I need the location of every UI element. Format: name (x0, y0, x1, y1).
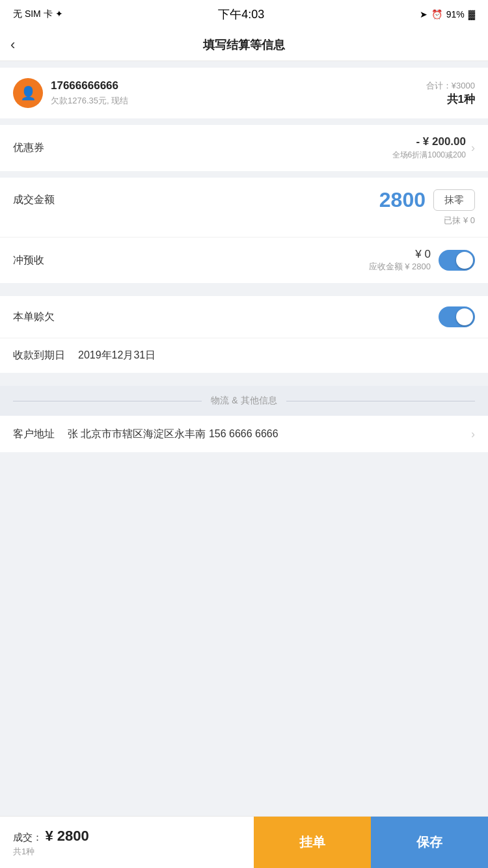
hang-button[interactable]: 挂单 (254, 817, 371, 869)
bottom-deal-amount: ¥ 2800 (45, 828, 88, 844)
status-right: ➤ ⏰ 91% ▓ (420, 9, 475, 20)
prepay-label: 冲预收 (13, 254, 44, 267)
bottom-count: 共1种 (13, 846, 241, 858)
status-left: 无 SIM 卡 ✦ (13, 8, 63, 20)
nav-bar: ‹ 填写结算等信息 (0, 29, 488, 61)
bottom-spacer (0, 543, 488, 595)
status-bar: 无 SIM 卡 ✦ 下午4:03 ➤ ⏰ 91% ▓ (0, 0, 488, 29)
bottom-deal-label: 成交： (13, 832, 42, 843)
prepay-amount: ¥ 0 (369, 248, 431, 261)
address-content: 张 北京市市辖区海淀区永丰南 156 6666 6666 (68, 426, 471, 442)
debt-label: 本单赊欠 (13, 310, 55, 324)
coupon-desc: 全场6折满1000减200 (392, 150, 466, 161)
amount-row: 成交金额 2800 抹零 (13, 188, 475, 212)
section-gap-3 (0, 373, 488, 379)
sep-line-left (13, 401, 202, 401)
due-date: 2019年12月31日 (78, 349, 156, 362)
customer-card: 👤 17666666666 欠款1276.35元, 现结 合计：¥3000 共1… (0, 68, 488, 118)
customer-right: 合计：¥3000 共1种 (426, 80, 475, 107)
debt-section: 本单赊欠 (0, 296, 488, 338)
back-button[interactable]: ‹ (10, 36, 15, 53)
location-icon: ➤ (420, 9, 427, 20)
sim-status: 无 SIM 卡 ✦ (13, 8, 63, 20)
logistics-separator: 物流 & 其他信息 (0, 386, 488, 416)
address-label: 客户地址 (13, 427, 55, 441)
status-time: 下午4:03 (218, 7, 264, 22)
coupon-row[interactable]: 优惠券 - ¥ 200.00 全场6折满1000减200 › (0, 125, 488, 171)
save-button[interactable]: 保存 (371, 817, 488, 869)
amount-value: 2800 (379, 188, 426, 212)
amount-section: 成交金额 2800 抹零 已抹 ¥ 0 (0, 178, 488, 237)
section-gap-2 (0, 283, 488, 290)
prepay-row: 冲预收 ¥ 0 应收金额 ¥ 2800 (13, 248, 475, 273)
avatar: 👤 (13, 78, 43, 108)
chevron-right-address-icon: › (471, 427, 475, 441)
bottom-bar: 成交： ¥ 2800 共1种 挂单 保存 (0, 816, 488, 868)
prepay-section: 冲预收 ¥ 0 应收金额 ¥ 2800 (0, 237, 488, 283)
separator-inner: 物流 & 其他信息 (13, 395, 475, 407)
amount-right: 2800 抹零 (379, 188, 475, 212)
customer-sub-text: 欠款1276.35元, 现结 (51, 95, 128, 107)
battery-icon: ▓ (468, 9, 475, 20)
total-count: 共1种 (426, 92, 475, 107)
coupon-label: 优惠券 (13, 141, 44, 155)
prepay-right: ¥ 0 应收金额 ¥ 2800 (369, 248, 475, 273)
prepay-amount-block: ¥ 0 应收金额 ¥ 2800 (369, 248, 431, 273)
empty-area (0, 452, 488, 543)
section-gap-1 (0, 171, 488, 178)
amount-label: 成交金额 (13, 193, 55, 207)
avatar-icon: 👤 (20, 85, 36, 101)
bottom-deal-row: 成交： ¥ 2800 (13, 828, 241, 845)
alarm-icon: ⏰ (431, 9, 442, 20)
address-section[interactable]: 客户地址 张 北京市市辖区海淀区永丰南 156 6666 6666 › (0, 416, 488, 452)
logistics-separator-text: 物流 & 其他信息 (211, 395, 277, 407)
total-label: 合计：¥3000 (426, 80, 475, 92)
bottom-summary: 成交： ¥ 2800 共1种 (0, 828, 254, 858)
due-label: 收款到期日 (13, 349, 65, 362)
debt-toggle[interactable] (439, 306, 475, 327)
coupon-right: - ¥ 200.00 全场6折满1000减200 › (392, 135, 475, 161)
chevron-right-icon: › (471, 141, 475, 155)
round-button[interactable]: 抹零 (433, 189, 475, 211)
prepay-sub: 应收金额 ¥ 2800 (369, 261, 431, 273)
battery-level: 91% (446, 9, 465, 20)
coupon-discount: - ¥ 200.00 (392, 135, 466, 148)
customer-info: 17666666666 欠款1276.35元, 现结 (51, 79, 128, 107)
amount-sub: 已抹 ¥ 0 (13, 215, 475, 226)
due-section: 收款到期日 2019年12月31日 (0, 338, 488, 373)
customer-phone: 17666666666 (51, 79, 128, 92)
page-title: 填写结算等信息 (203, 37, 285, 53)
sep-line-right (286, 401, 475, 401)
prepay-toggle[interactable] (439, 250, 475, 271)
customer-left: 👤 17666666666 欠款1276.35元, 现结 (13, 78, 128, 108)
coupon-right-block: - ¥ 200.00 全场6折满1000减200 (392, 135, 466, 161)
